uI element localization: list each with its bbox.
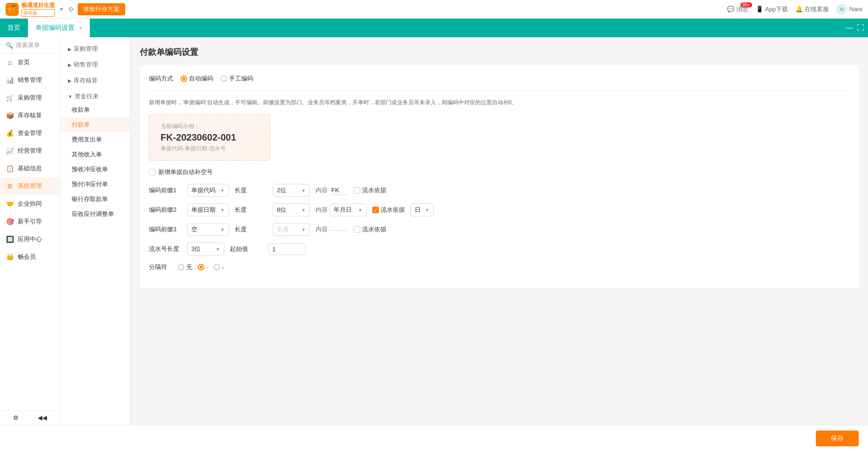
app-icon: 📱: [756, 6, 763, 13]
serial-length-select[interactable]: 3位 ▼: [187, 242, 224, 256]
logo-text: 畅通道好生意 插件版: [21, 1, 55, 17]
length2-select[interactable]: 8位 ▼: [273, 203, 310, 216]
submenu-item-prepay[interactable]: 预付冲应付单: [61, 177, 130, 192]
auto-fill-checkbox[interactable]: [149, 169, 155, 175]
app-download-button[interactable]: 📱 App下载: [756, 5, 788, 13]
submenu-header-capital[interactable]: ▼ 资金往来: [61, 88, 130, 102]
content1-field: 内容 FK: [316, 186, 348, 195]
auto-encode-radio-circle: [181, 75, 187, 82]
sidebar-item-system[interactable]: ⚙ 系统管理: [0, 177, 60, 195]
submenu-item-payment[interactable]: 付款单: [61, 117, 130, 132]
code-example-label: 当前编码示例：: [161, 122, 258, 130]
auto-fill-row: 新增单据自动补空号: [149, 168, 849, 176]
logo: 🍊 畅通道好生意 插件版: [6, 1, 55, 17]
submenu-header-inventory[interactable]: ▶ 库存核算: [61, 73, 130, 87]
sidebar: 🔍 搜索菜单 ⌂ 首页 📊 销售管理 🛒 采购管理 📦 库存核算 💰 资金管理 …: [0, 37, 61, 425]
submenu-header-purchase[interactable]: ▶ 采购管理: [61, 41, 130, 55]
sep-dot-radio[interactable]: ·: [198, 264, 208, 271]
content1-value: FK: [330, 186, 348, 195]
message-icon: 💬: [727, 6, 734, 13]
submenu-item-expense[interactable]: 费用支出单: [61, 132, 130, 147]
sidebar-collapse-icon[interactable]: ◀◀: [38, 414, 47, 421]
sidebar-item-apps[interactable]: 🔲 应用中心: [0, 230, 60, 248]
avatar: N: [836, 4, 848, 15]
page-title: 付款单编码设置: [140, 47, 859, 58]
save-button[interactable]: 保存: [816, 431, 859, 446]
sep-dash-radio[interactable]: -: [214, 264, 224, 271]
sidebar-item-home[interactable]: ⌂ 首页: [0, 54, 60, 71]
prefix2-row: 编码前缀2 单据日期 ▼ 长度 8位 ▼ 内容 年月日 ▼: [149, 203, 849, 216]
online-service-button[interactable]: 🔔 在线客服: [795, 5, 829, 13]
fullscreen-button[interactable]: ⛶: [857, 24, 864, 32]
sidebar-item-coop[interactable]: 🤝 企业协同: [0, 195, 60, 213]
chevron-down-icon2: ▼: [301, 188, 306, 193]
sidebar-item-purchase[interactable]: 🛒 采购管理: [0, 89, 60, 107]
start-value-label: 起始值: [230, 245, 262, 253]
chevron-down-icon8: ▼: [301, 227, 306, 232]
chevron-down-icon9: ▼: [215, 247, 220, 252]
search-menu[interactable]: 🔍 搜索菜单: [0, 37, 60, 54]
start-value-input[interactable]: [268, 243, 305, 255]
length1-select[interactable]: 2位 ▼: [273, 184, 310, 197]
sidebar-item-basic[interactable]: 📋 基础信息: [0, 160, 60, 177]
separator-label: 分隔符: [149, 263, 172, 271]
sidebar-item-guide[interactable]: 🎯 新手引导: [0, 213, 60, 230]
sidebar-item-member[interactable]: 👑 畅会员: [0, 248, 60, 266]
sep-dot-circle: [198, 264, 204, 270]
serial-follow2-unit-select[interactable]: 日 ▼: [410, 203, 434, 216]
chevron-down-icon5: ▼: [358, 208, 363, 213]
submenu-item-bankdeposit[interactable]: 银行存取款单: [61, 192, 130, 207]
encode-method-label: 编码方式: [149, 74, 173, 83]
footer: 保存: [0, 425, 868, 451]
navtabs: 首页 单据编码设置 × — ⛶: [0, 19, 868, 37]
sidebar-item-operations[interactable]: 📈 经营管理: [0, 142, 60, 160]
serial-follow1-checkbox[interactable]: 流水依据: [354, 186, 386, 195]
finance-icon: 💰: [6, 129, 14, 137]
serial-follow3-checkbox[interactable]: 流水依据: [354, 225, 386, 234]
submenu-header-sales[interactable]: ▶ 销售管理: [61, 57, 130, 71]
serial-follow3-check-icon: [354, 226, 360, 233]
topbar-controls: ▼ ⚙ 体验行业方案: [59, 3, 125, 15]
settings-card: 编码方式 自动编码 手工编码 新增单据时，'单据编码'自动生成，不可编辑。前缀设…: [140, 65, 859, 288]
prefix3-select[interactable]: 空 ▼: [187, 223, 229, 236]
content2-select[interactable]: 年月日 ▼: [330, 203, 367, 216]
minimize-button[interactable]: —: [846, 24, 853, 32]
message-badge: 99+: [740, 2, 752, 7]
serial-follow2-checkbox[interactable]: ✓ 流水依据: [372, 206, 405, 214]
main-layout: 🔍 搜索菜单 ⌂ 首页 📊 销售管理 🛒 采购管理 📦 库存核算 💰 资金管理 …: [0, 37, 868, 425]
collapse-arrow-icon[interactable]: ▼: [59, 6, 64, 13]
submenu-group-capital: ▼ 资金往来 收款单 付款单 费用支出单 其他收入单 预收冲应收单 预付冲应付单…: [61, 88, 130, 222]
try-industry-button[interactable]: 体验行业方案: [78, 3, 125, 15]
submenu-item-prepayreceive[interactable]: 预收冲应收单: [61, 162, 130, 177]
submenu: ▶ 采购管理 ▶ 销售管理 ▶ 库存核算 ▼ 资金往来 收款单 付款单 费用支出…: [61, 37, 130, 425]
auto-encode-radio[interactable]: 自动编码: [181, 74, 213, 83]
user-avatar[interactable]: N Nare: [836, 4, 862, 15]
prefix1-label: 编码前缀1: [149, 186, 182, 195]
sidebar-item-finance[interactable]: 💰 资金管理: [0, 124, 60, 142]
sidebar-item-sales[interactable]: 📊 销售管理: [0, 71, 60, 89]
sidebar-item-inventory[interactable]: 📦 库存核算: [0, 107, 60, 124]
messages-button[interactable]: 💬 消息 99+: [727, 5, 748, 13]
content3-value: [330, 229, 348, 231]
manual-encode-radio[interactable]: 手工编码: [221, 74, 253, 83]
prefix1-select[interactable]: 单据代码 ▼: [187, 184, 229, 197]
length3-select[interactable]: 长度 ▼: [273, 223, 310, 236]
prefix2-select[interactable]: 单据日期 ▼: [187, 203, 229, 216]
system-icon: ⚙: [6, 182, 14, 190]
settings-icon[interactable]: ⚙: [68, 6, 74, 13]
search-icon: 🔍: [6, 42, 13, 49]
submenu-item-otherincome[interactable]: 其他收入单: [61, 147, 130, 162]
sidebar-bottom: ⚙ ◀◀: [0, 410, 60, 425]
length2-label: 长度: [235, 206, 267, 214]
info-text: 新增单据时，'单据编码'自动生成，不可编辑。前缀设置为部门、业务员等档案类，开单…: [149, 98, 849, 107]
tab-home[interactable]: 首页: [0, 19, 28, 37]
submenu-item-receipt[interactable]: 收款单: [61, 102, 130, 117]
tab-document-encoding[interactable]: 单据编码设置 ×: [28, 19, 90, 37]
tab-close-icon[interactable]: ×: [79, 25, 82, 31]
sidebar-settings-icon[interactable]: ⚙: [13, 414, 19, 421]
code-example-box: 当前编码示例： FK-20230602-001 单据代码-单据日期-流水号: [149, 114, 270, 161]
submenu-item-adjustment[interactable]: 应收应付调整单: [61, 207, 130, 222]
sep-dash-circle: [214, 264, 220, 270]
guide-icon: 🎯: [6, 217, 14, 226]
sep-none-radio[interactable]: 无: [178, 263, 192, 271]
